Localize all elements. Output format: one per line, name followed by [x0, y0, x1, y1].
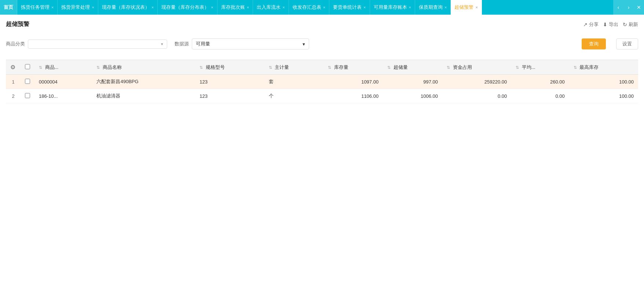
- column-settings-icon[interactable]: ⚙: [10, 64, 15, 70]
- nav-label-order-stats: 要货单统计表: [333, 4, 362, 11]
- nav-close-abnormal[interactable]: ×: [92, 5, 94, 10]
- data-source-value: 可用量: [196, 41, 210, 47]
- sort-max-stock-icon: ⇅: [574, 65, 577, 70]
- nav-label-stock-dist: 现存量（库存分布表）: [161, 4, 209, 11]
- nav-item-available-ledger[interactable]: 可用量库存账本 ×: [370, 0, 415, 15]
- nav-prev-button[interactable]: ‹: [613, 0, 623, 15]
- row-overstock-0: 997.00: [383, 75, 442, 89]
- sort-capital-icon: ⇅: [447, 65, 450, 70]
- col-max-stock-header[interactable]: ⇅ 最高库存: [569, 60, 638, 75]
- row-checkbox-1[interactable]: [25, 93, 30, 98]
- row-index-1: 2: [6, 89, 21, 103]
- row-max-stock-0: 100.00: [569, 75, 638, 89]
- col-spec-header[interactable]: ⇅ 规格型号: [195, 60, 264, 75]
- page-header: 超储预警 ↗ 分享 ⬇ 导出 ↻ 刷新: [6, 21, 638, 28]
- row-stock-1: 1106.00: [323, 89, 383, 103]
- row-product-name-1: 机油滤清器: [92, 89, 195, 103]
- refresh-label: 刷新: [629, 21, 638, 28]
- col-capital-header[interactable]: ⇅ 资金占用: [442, 60, 511, 75]
- export-label: 导出: [609, 21, 618, 28]
- nav-item-abnormal[interactable]: 拣货异常处理 ×: [58, 0, 98, 15]
- page-content: 超储预警 ↗ 分享 ⬇ 导出 ↻ 刷新 商品分类 ▾ 数据源: [0, 15, 644, 293]
- table-header-row: ⚙ ⇅ 商品... ⇅ 商品名称 ⇅ 规格型号 ⇅: [6, 60, 638, 75]
- nav-label-abnormal: 拣货异常处理: [61, 4, 90, 11]
- product-category-filter: 商品分类 ▾: [6, 40, 167, 49]
- nav-close-all-button[interactable]: ✕: [634, 0, 644, 15]
- sort-product-name-icon: ⇅: [96, 65, 100, 70]
- top-navigation: 首页 拣货任务管理 × 拣货异常处理 × 现存量（库存状况表） × 现存量（库存…: [0, 0, 644, 15]
- nav-label-task-mgmt: 拣货任务管理: [21, 4, 50, 11]
- nav-item-recv-send[interactable]: 收发存汇总表 ×: [289, 0, 329, 15]
- refresh-icon: ↻: [623, 22, 627, 27]
- nav-item-quality-check[interactable]: 保质期查询 ×: [415, 0, 451, 15]
- export-button[interactable]: ⬇ 导出: [603, 21, 618, 28]
- product-category-label: 商品分类: [6, 41, 25, 47]
- nav-item-stock-status[interactable]: 现存量（库存状况表） ×: [98, 0, 158, 15]
- nav-item-inout-flow[interactable]: 出入库流水 ×: [253, 0, 289, 15]
- sort-spec-icon: ⇅: [200, 65, 203, 70]
- share-button[interactable]: ↗ 分享: [583, 21, 599, 28]
- nav-close-overstock[interactable]: ×: [475, 5, 477, 10]
- col-unit-header[interactable]: ⇅ 主计量: [264, 60, 324, 75]
- nav-item-order-stats[interactable]: 要货单统计表 ×: [329, 0, 370, 15]
- sort-overstock-icon: ⇅: [387, 65, 391, 70]
- nav-close-batch-account[interactable]: ×: [247, 5, 249, 10]
- query-button[interactable]: 查询: [582, 38, 606, 49]
- nav-label-overstock: 超储预警: [454, 4, 473, 11]
- col-avg-header[interactable]: ⇅ 平均...: [511, 60, 569, 75]
- col-settings: ⚙: [6, 60, 21, 75]
- export-icon: ⬇: [603, 22, 607, 27]
- row-product-code-0: 0000004: [34, 75, 92, 89]
- data-source-filter: 数据源 可用量 ▾: [175, 38, 309, 49]
- row-checkbox-0[interactable]: [25, 79, 30, 84]
- data-source-label: 数据源: [175, 41, 189, 47]
- data-source-chevron-icon: ▾: [303, 41, 305, 47]
- nav-item-stock-dist[interactable]: 现存量（库存分布表） ×: [158, 0, 217, 15]
- nav-home[interactable]: 首页: [0, 0, 17, 15]
- nav-item-task-mgmt[interactable]: 拣货任务管理 ×: [17, 0, 58, 15]
- settings-button[interactable]: 设置: [616, 38, 638, 49]
- row-capital-1: 0.00: [442, 89, 511, 103]
- table-row: 2 186-10... 机油滤清器 123 个 1106.00 1006.00 …: [6, 89, 638, 103]
- nav-close-order-stats[interactable]: ×: [363, 5, 366, 10]
- nav-label-quality-check: 保质期查询: [419, 4, 443, 11]
- nav-label-inout-flow: 出入库流水: [257, 4, 281, 11]
- filter-row: 商品分类 ▾ 数据源 可用量 ▾ 查询 设置: [6, 34, 638, 54]
- row-overstock-1: 1006.00: [383, 89, 442, 103]
- refresh-button[interactable]: ↻ 刷新: [623, 21, 638, 28]
- product-category-select[interactable]: ▾: [28, 40, 167, 49]
- row-index-0: 1: [6, 75, 21, 89]
- col-overstock-header[interactable]: ⇅ 超储量: [383, 60, 442, 75]
- row-check-1: [21, 89, 34, 103]
- col-product-code-header[interactable]: ⇅ 商品...: [34, 60, 92, 75]
- nav-close-quality-check[interactable]: ×: [444, 5, 447, 10]
- nav-close-stock-status[interactable]: ×: [151, 5, 154, 10]
- nav-arrows: ‹ › ✕: [613, 0, 644, 15]
- nav-close-task-mgmt[interactable]: ×: [51, 5, 54, 10]
- sort-avg-icon: ⇅: [516, 65, 519, 70]
- nav-close-inout-flow[interactable]: ×: [282, 5, 285, 10]
- nav-close-stock-dist[interactable]: ×: [211, 5, 213, 10]
- nav-item-batch-account[interactable]: 库存批次账 ×: [217, 0, 253, 15]
- col-product-name-header[interactable]: ⇅ 商品名称: [92, 60, 195, 75]
- nav-next-button[interactable]: ›: [623, 0, 634, 15]
- nav-home-label: 首页: [4, 4, 13, 11]
- share-icon: ↗: [583, 22, 588, 27]
- select-all-checkbox[interactable]: [25, 64, 30, 69]
- row-capital-0: 259220.00: [442, 75, 511, 89]
- row-stock-0: 1097.00: [323, 75, 383, 89]
- nav-item-overstock[interactable]: 超储预警 ×: [451, 0, 482, 15]
- row-avg-1: 0.00: [511, 89, 569, 103]
- row-spec-0: 123: [195, 75, 264, 89]
- col-stock-header[interactable]: ⇅ 库存量: [323, 60, 383, 75]
- nav-close-available-ledger[interactable]: ×: [409, 5, 411, 10]
- row-spec-1: 123: [195, 89, 264, 103]
- nav-close-recv-send[interactable]: ×: [323, 5, 325, 10]
- nav-label-batch-account: 库存批次账: [221, 4, 245, 11]
- row-max-stock-1: 100.00: [569, 89, 638, 103]
- sort-unit-icon: ⇅: [269, 65, 272, 70]
- data-source-select[interactable]: 可用量 ▾: [192, 38, 309, 49]
- row-product-name-0: 六配套新昌490BPG: [92, 75, 195, 89]
- row-unit-1: 个: [264, 89, 324, 103]
- table-row: 1 0000004 六配套新昌490BPG 123 套 1097.00 997.…: [6, 75, 638, 89]
